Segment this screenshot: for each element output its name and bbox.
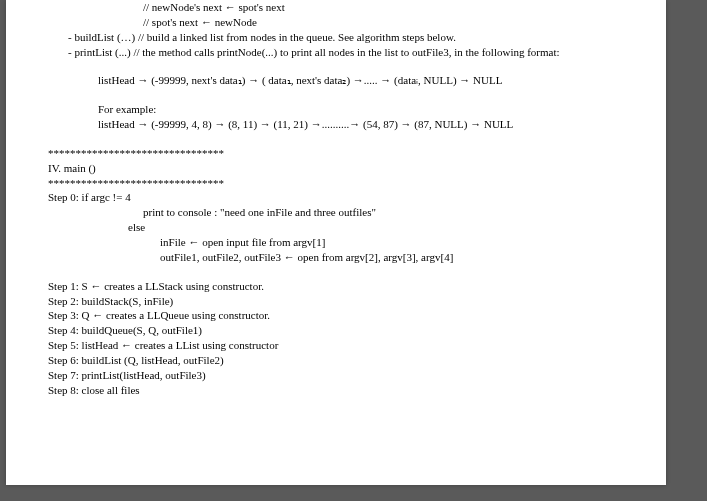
step-0-print: print to console : "need one inFile and … [143, 205, 651, 220]
example-label: For example: [98, 102, 651, 117]
step-0-outfile: outFile1, outFile2, outFile3 ← open from… [160, 250, 651, 265]
step-7: Step 7: printList(listHead, outFile3) [48, 368, 651, 383]
comment-line-1: // newNode's next ← spot's next [143, 0, 651, 15]
step-2: Step 2: buildStack(S, inFile) [48, 294, 651, 309]
separator-top: ******************************** [48, 146, 651, 161]
step-5: Step 5: listHead ← creates a LList using… [48, 338, 651, 353]
step-0-else: else [128, 220, 651, 235]
document-page: // newNode's next ← spot's next // spot'… [6, 0, 666, 485]
step-0: Step 0: if argc != 4 [48, 190, 651, 205]
step-0-infile: inFile ← open input file from argv[1] [160, 235, 651, 250]
step-8: Step 8: close all files [48, 383, 651, 398]
example-line: listHead → (-99999, 4, 8) → (8, 11) → (1… [98, 117, 651, 132]
list-format-line: listHead → (-99999, next's data₁) → ( da… [98, 73, 651, 88]
step-1: Step 1: S ← creates a LLStack using cons… [48, 279, 651, 294]
separator-bottom: ******************************** [48, 176, 651, 191]
method-buildlist: - buildList (…) // build a linked list f… [68, 30, 651, 45]
section-title: IV. main () [48, 161, 651, 176]
step-6: Step 6: buildList (Q, listHead, outFile2… [48, 353, 651, 368]
comment-line-2: // spot's next ← newNode [143, 15, 651, 30]
step-4: Step 4: buildQueue(S, Q, outFile1) [48, 323, 651, 338]
step-3: Step 3: Q ← creates a LLQueue using cons… [48, 308, 651, 323]
method-printlist: - printList (...) // the method calls pr… [68, 45, 651, 60]
